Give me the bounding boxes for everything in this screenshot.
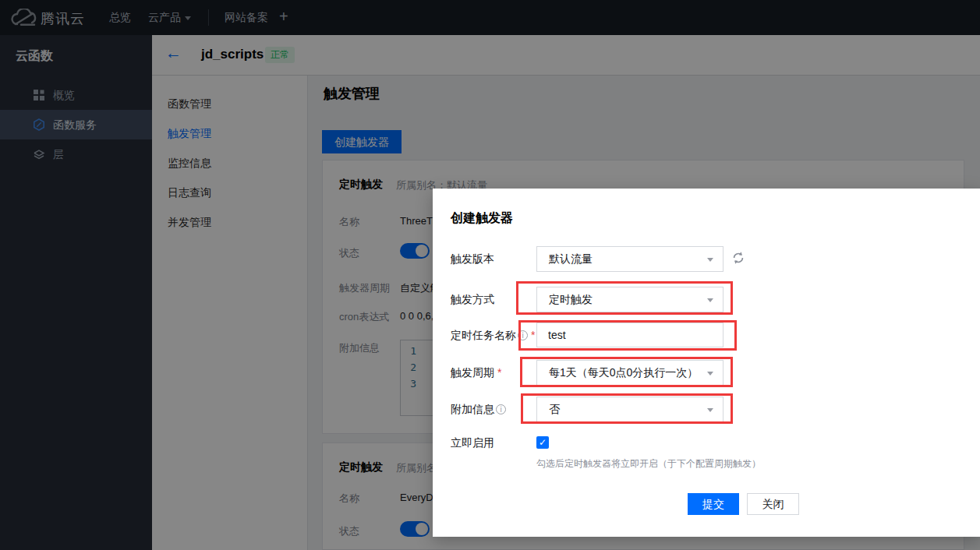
chevron-down-icon — [707, 298, 713, 305]
cycle-select[interactable]: 每1天（每天0点0分执行一次） — [536, 360, 724, 386]
field-row-task-name: 定时任务名称 * — [433, 323, 980, 348]
version-select[interactable]: 默认流量 — [536, 246, 724, 272]
field-row-enable: 立即启用 ✓ — [433, 434, 980, 451]
enable-checkbox[interactable]: ✓ — [536, 436, 549, 449]
field-row-version: 触发版本 默认流量 — [433, 246, 980, 272]
info-icon — [518, 330, 528, 340]
chevron-down-icon — [707, 408, 713, 415]
close-button[interactable]: 关闭 — [747, 493, 799, 515]
field-row-extra: 附加信息 否 — [433, 397, 980, 422]
create-trigger-modal: 创建触发器 触发版本 默认流量 触发方式 定时触发 定时任务名称 * 触发周期 … — [433, 189, 980, 537]
cycle-label: 触发周期 * — [451, 360, 544, 386]
task-name-label: 定时任务名称 * — [451, 323, 544, 348]
task-name-input[interactable] — [536, 323, 724, 347]
extra-select[interactable]: 否 — [536, 397, 724, 422]
submit-button[interactable]: 提交 — [688, 493, 739, 515]
extra-label: 附加信息 — [451, 397, 544, 422]
version-label: 触发版本 — [451, 246, 544, 272]
enable-label: 立即启用 — [451, 434, 544, 451]
modal-title: 创建触发器 — [451, 210, 513, 227]
field-row-method: 触发方式 定时触发 — [433, 287, 980, 312]
required-asterisk: * — [497, 366, 501, 379]
field-row-cycle: 触发周期 * 每1天（每天0点0分执行一次） — [433, 360, 980, 386]
refresh-icon[interactable] — [731, 251, 745, 265]
enable-hint: 勾选后定时触发器将立即开启（于下个配置周期触发） — [536, 457, 761, 471]
check-icon: ✓ — [539, 437, 547, 448]
required-asterisk: * — [531, 329, 535, 341]
method-label: 触发方式 — [451, 287, 544, 312]
chevron-down-icon — [707, 372, 713, 379]
method-select[interactable]: 定时触发 — [536, 287, 724, 312]
chevron-down-icon — [707, 258, 713, 265]
enable-hint-row: 勾选后定时触发器将立即开启（于下个配置周期触发） — [433, 457, 980, 470]
info-icon — [496, 404, 506, 414]
